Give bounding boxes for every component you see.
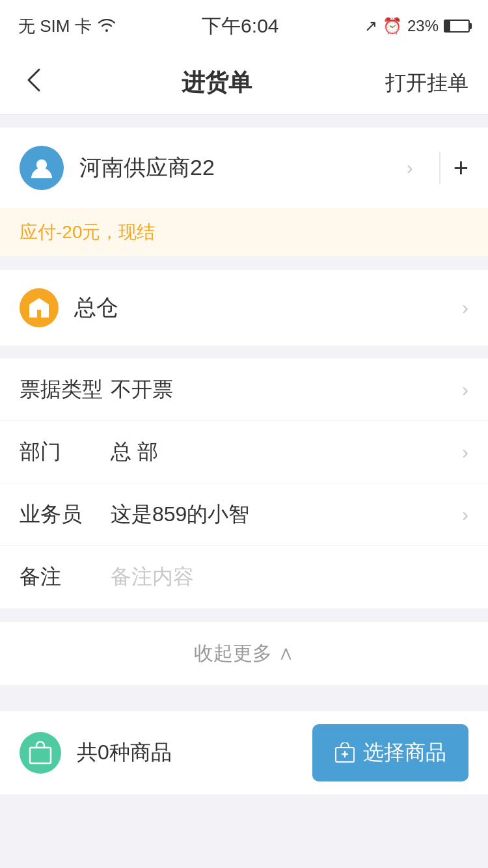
status-left: 无 SIM 卡 <box>18 15 116 38</box>
supplier-name: 河南供应商22 <box>79 153 407 183</box>
dept-label: 部门 <box>20 438 111 467</box>
back-button[interactable] <box>20 61 48 105</box>
status-bar: 无 SIM 卡 下午6:04 ↗ ⏰ 23% <box>0 0 488 52</box>
alarm-icon: ⏰ <box>383 17 402 35</box>
supplier-row[interactable]: 河南供应商22 › + <box>0 128 488 208</box>
section-gap-1 <box>0 115 488 128</box>
supplier-avatar <box>20 146 64 190</box>
notice-bar: 应付-20元，现结 <box>0 208 488 256</box>
battery-percent: 23% <box>407 17 439 35</box>
supplier-divider <box>439 152 441 184</box>
supplier-section: 河南供应商22 › + 应付-20元，现结 <box>0 128 488 256</box>
section-gap-2 <box>0 256 488 269</box>
svg-rect-1 <box>30 748 51 763</box>
invoice-label: 票据类型 <box>20 375 111 404</box>
salesman-label: 业务员 <box>20 500 111 529</box>
gray-background <box>0 794 488 868</box>
notice-text: 应付-20元，现结 <box>20 222 155 242</box>
wifi-icon <box>97 16 116 36</box>
warehouse-name: 总仓 <box>74 293 462 323</box>
location-icon: ↗ <box>364 17 377 35</box>
note-label: 备注 <box>20 563 111 591</box>
section-gap-3 <box>0 685 488 698</box>
status-time: 下午6:04 <box>202 13 278 40</box>
salesman-value: 这是859的小智 <box>111 500 462 529</box>
note-input[interactable]: 备注内容 <box>111 563 468 591</box>
battery-icon <box>444 20 470 33</box>
dept-chevron-icon: › <box>462 441 468 463</box>
salesman-row[interactable]: 业务员 这是859的小智 › <box>0 483 488 546</box>
warehouse-row[interactable]: 总仓 › <box>0 269 488 346</box>
dept-value: 总 部 <box>111 438 462 467</box>
collapse-label: 收起更多 ∧ <box>194 640 293 667</box>
invoice-chevron-icon: › <box>462 379 468 401</box>
note-row[interactable]: 备注 备注内容 <box>0 546 488 608</box>
open-pending-button[interactable]: 打开挂单 <box>385 69 468 98</box>
product-count: 共0种商品 <box>77 739 312 767</box>
carrier-text: 无 SIM 卡 <box>18 15 92 38</box>
invoice-value: 不开票 <box>111 375 462 404</box>
salesman-chevron-icon: › <box>462 504 468 526</box>
product-icon <box>20 732 61 774</box>
select-product-button[interactable]: 选择商品 <box>312 724 468 781</box>
nav-bar: 进货单 打开挂单 <box>0 52 488 115</box>
warehouse-icon <box>20 288 59 327</box>
bottom-bar: 共0种商品 选择商品 <box>0 711 488 794</box>
form-section: 票据类型 不开票 › 部门 总 部 › 业务员 这是859的小智 › 备注 备注… <box>0 359 488 608</box>
status-right: ↗ ⏰ 23% <box>364 17 470 35</box>
warehouse-section: 总仓 › <box>0 269 488 346</box>
add-supplier-button[interactable]: + <box>454 154 468 183</box>
collapse-button[interactable]: 收起更多 ∧ <box>0 621 488 685</box>
warehouse-chevron-icon: › <box>462 297 468 319</box>
supplier-chevron-icon: › <box>407 157 413 179</box>
select-product-label: 选择商品 <box>363 739 446 767</box>
dept-row[interactable]: 部门 总 部 › <box>0 421 488 483</box>
invoice-row[interactable]: 票据类型 不开票 › <box>0 359 488 421</box>
page-title: 进货单 <box>182 67 252 99</box>
